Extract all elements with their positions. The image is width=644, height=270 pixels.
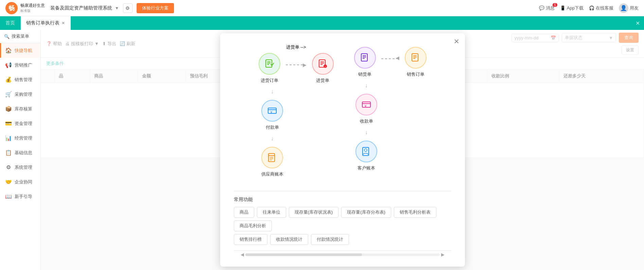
purchase-order-label: 进货订单 [261,77,278,84]
sidebar-item-marketing[interactable]: 📢 营销推广 [0,58,40,72]
svg-point-30 [364,149,367,151]
payment-icon: ¥ [261,100,283,122]
receipt-svg: ¥ [361,100,371,110]
sidebar-label-business: 经营管理 [15,135,32,141]
scroll-left-arrow[interactable]: ◀ [239,252,245,257]
business-icon: 📊 [5,135,12,141]
sidebar-item-guide[interactable]: 📖 新手引导 [0,189,40,204]
node-receipt[interactable]: ¥ 收款单 [355,91,377,127]
btn-stock-dist[interactable]: 现存量(库存分布表) [341,207,391,218]
purchase-flow: 进货单 --> [259,44,334,180]
sidebar: 🔍 搜索菜单 🏠 快捷导航 📢 营销推广 💰 销售管理 🛒 采购管理 📦 库存核… [0,30,41,270]
system-icon: ⚙ [5,164,12,170]
node-payment[interactable]: ¥ 付款单 [261,97,283,133]
receipt-label: 收款单 [360,118,373,124]
sidebar-label-inventory: 库存核算 [15,106,32,112]
btn-goods-margin[interactable]: 商品毛利分析 [234,220,272,231]
sales-bill-svg [360,53,370,63]
node-supplier-ledger[interactable]: 供应商账本 [261,144,283,180]
node-purchase-bill[interactable]: ! 进货单 [312,53,334,84]
modal-close-button[interactable]: ✕ [454,37,459,46]
scroll-bar[interactable] [245,253,440,256]
basic-icon: 📋 [5,149,12,156]
tab-bar-close-button[interactable]: ✕ [636,20,640,26]
app-download-button[interactable]: 📱 App下载 [560,5,584,11]
payment-svg: ¥ [267,106,277,116]
supplier-ledger-icon [261,147,283,168]
btn-partner[interactable]: 往来单位 [257,207,286,218]
online-service-button[interactable]: 🎧 在线客服 [589,5,613,11]
gear-button[interactable]: ⚙ [123,3,133,13]
collab-icon: 🤝 [5,179,12,185]
customer-ledger-icon [355,141,377,162]
arrow-receipt-down: ↓ [365,127,368,138]
purchase-bill-label: 进货单 [316,77,329,84]
common-functions-section: 常用功能 商品 往来单位 现存量(库存状况表) 现存量(库存分布表) 销售毛利分… [234,191,451,245]
arrow-purchase-to-bill: ▶ [286,62,307,74]
user-menu[interactable]: 👤 用友 [619,3,639,13]
sidebar-item-sales[interactable]: 💰 销售管理 [0,72,40,87]
sidebar-item-purchase[interactable]: 🛒 采购管理 [0,87,40,102]
message-button[interactable]: 💬 消息 6 [539,5,555,11]
node-sales-order[interactable]: 销售订单 [405,47,427,77]
btn-payment-stats[interactable]: 付款情况统计 [311,234,349,245]
sidebar-item-finance[interactable]: 💳 资金管理 [0,116,40,131]
download-icon: 📱 [560,5,565,11]
logo-area: 畅 畅康通好生意 标准版 [5,2,46,14]
btn-sales-margin[interactable]: 销售毛利分析表 [394,207,436,218]
tab-close-icon[interactable]: ✕ [62,21,65,25]
common-functions-title: 常用功能 [234,197,451,203]
btn-receipt-stats[interactable]: 收款情况统计 [270,234,308,245]
supplier-ledger-svg [267,152,277,163]
customer-ledger-label: 客户账本 [358,165,375,171]
sidebar-item-inventory[interactable]: 📦 库存核算 [0,102,40,116]
sidebar-label-marketing: 营销推广 [15,62,32,68]
modal-overlay: ✕ 进货单 --> [41,30,644,270]
message-icon: 💬 [539,5,544,11]
customer-ledger-svg [361,146,371,157]
node-purchase-order[interactable]: 进货订单 [259,53,280,84]
tab-sales-order[interactable]: 销售订单执行表 ✕ [21,16,71,30]
sales-icon: 💰 [5,76,12,83]
common-buttons-row2: 销售排行榜 收款情况统计 付款情况统计 [234,234,451,245]
sidebar-label-quick-nav: 快捷导航 [15,48,32,54]
system-title-text: 装备及固定资产辅助管理系统 [50,5,112,11]
sidebar-label-sales: 销售管理 [15,77,32,83]
node-sales-bill[interactable]: 销货单 [354,47,376,77]
sidebar-item-business[interactable]: 📊 经营管理 [0,131,40,145]
purchase-bill-icon: ! [312,53,334,75]
receipt-icon: ¥ [355,94,377,115]
sidebar-label-collab: 企业协同 [15,179,32,185]
sidebar-item-collab[interactable]: 🤝 企业协同 [0,175,40,189]
logo-text: 畅康通好生意 标准版 [20,3,45,13]
inventory-icon: 📦 [5,106,12,112]
node-customer-ledger[interactable]: 客户账本 [355,138,377,174]
scroll-area: ◀ ▶ [234,250,451,258]
logo-sub-text: 标准版 [20,8,45,13]
sidebar-search[interactable]: 🔍 搜索菜单 [0,30,40,43]
search-icon: 🔍 [4,34,10,39]
tab-home-label: 首页 [5,20,15,26]
btn-sales-rank[interactable]: 销售排行榜 [234,234,267,245]
scroll-thumb [245,253,362,256]
sales-bill-label: 销货单 [358,71,371,77]
purchase-order-icon [259,53,280,75]
app-download-label: App下载 [567,5,584,11]
logo-main-text: 畅康通好生意 [20,3,45,8]
sidebar-item-quick-nav[interactable]: 🏠 快捷导航 [0,43,40,58]
payment-label: 付款单 [266,124,279,130]
scroll-right-arrow[interactable]: ▶ [440,252,446,257]
sidebar-item-basic[interactable]: 📋 基础信息 [0,145,40,160]
modal-box: ✕ 进货单 --> [220,33,465,267]
purchase-bill-svg: ! [318,59,328,69]
common-buttons-row1: 商品 往来单位 现存量(库存状况表) 现存量(库存分布表) 销售毛利分析表 商品… [234,207,451,231]
btn-goods[interactable]: 商品 [234,207,254,218]
tab-sales-order-label: 销售订单执行表 [26,20,59,26]
sidebar-item-system[interactable]: ⚙ 系统管理 [0,160,40,175]
btn-stock-status[interactable]: 现存量(库存状况表) [289,207,339,218]
trial-button[interactable]: 体验行业方案 [137,3,174,13]
tab-home[interactable]: 首页 [0,16,21,30]
sales-bill-icon [354,47,376,69]
system-dropdown-icon[interactable]: ▼ [115,6,119,11]
sidebar-label-purchase: 采购管理 [15,91,32,97]
